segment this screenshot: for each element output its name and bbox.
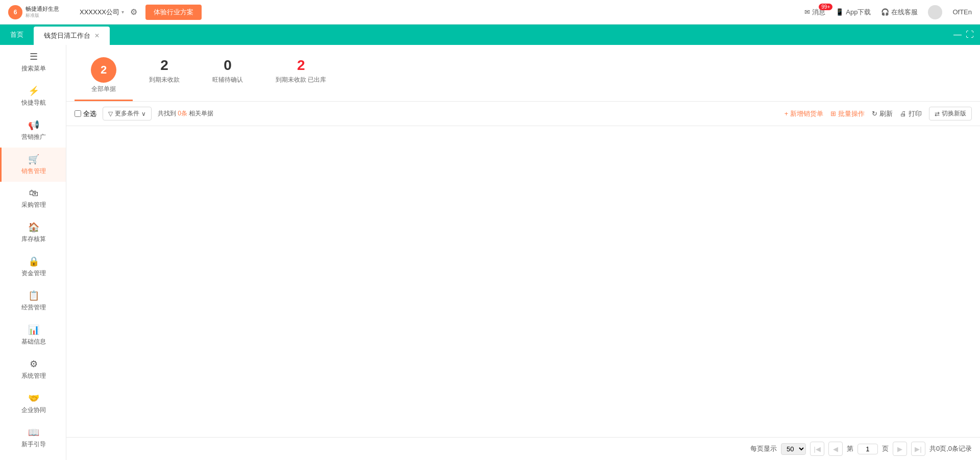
last-page-button[interactable]: ▶| [911, 442, 925, 456]
total-records: 共0页,0条记录 [929, 444, 972, 453]
sidebar-enterprise-label: 企业协同 [21, 406, 46, 415]
sidebar-purchase-label: 采购管理 [21, 201, 46, 209]
stat-label-pending: 旺辅待确认 [212, 76, 243, 84]
toolbar-right: + 新增销货单 ⊞ 批量操作 ↻ 刷新 🖨 打印 ⇄ 切换新版 [785, 107, 972, 120]
app-download-button[interactable]: 📱 App下载 [836, 8, 871, 17]
found-text: 共找到 0条 相关单据 [158, 109, 213, 118]
sidebar-item-purchase[interactable]: 🛍 采购管理 [0, 182, 66, 215]
sidebar-item-basic-info[interactable]: 📊 基础信息 [0, 318, 66, 352]
settings-icon[interactable]: ⚙ [130, 7, 137, 17]
avatar [928, 5, 942, 19]
quicknav-icon: ⚡ [28, 85, 39, 96]
username: OfTEn [952, 8, 972, 16]
select-all-checkbox-area[interactable]: 全选 [75, 109, 96, 118]
tab-bar: 首页 钱货日清工作台 ✕ — ⛶ [0, 25, 980, 45]
sidebar-item-sales[interactable]: 🛒 销售管理 [0, 148, 66, 182]
tab-dashboard-label: 钱货日清工作台 [44, 31, 90, 40]
sidebar-item-finance[interactable]: 🔒 资金管理 [0, 250, 66, 284]
stat-num-all: 2 [91, 57, 116, 83]
switch-version-button[interactable]: ⇄ 切换新版 [929, 107, 972, 120]
enterprise-icon: 🤝 [28, 393, 39, 404]
guide-icon: 📖 [28, 427, 39, 438]
system-icon: ⚙ [30, 358, 38, 370]
tab-dashboard[interactable]: 钱货日清工作台 ✕ [34, 27, 110, 45]
filter-icon: ▽ [108, 110, 113, 117]
top-header: 6 畅捷通好生意 标准版 XXXXXX公司 ▾ ⚙ 体验行业方案 ✉ 消息 99… [0, 0, 980, 25]
print-label: 打印 [909, 109, 922, 118]
stat-tab-shipped[interactable]: 2 到期未收款 已出库 [259, 53, 342, 101]
stats-tabs: 2 全部单据 2 到期未收款 0 旺辅待确认 2 到期未收款 已出库 [66, 45, 980, 102]
stat-tab-overdue[interactable]: 2 到期未收款 [133, 53, 196, 101]
sidebar-item-appcenter[interactable]: 📱 应用中心 [0, 455, 66, 460]
sidebar-item-operations[interactable]: 📋 经营管理 [0, 284, 66, 318]
tab-home-label: 首页 [10, 30, 23, 39]
sidebar-item-system[interactable]: ⚙ 系统管理 [0, 352, 66, 386]
add-order-button[interactable]: + 新增销货单 [785, 109, 823, 118]
select-all-checkbox[interactable] [75, 110, 81, 117]
switch-label: 切换新版 [942, 109, 966, 118]
company-dropdown-icon: ▾ [121, 9, 124, 15]
sidebar-item-quicknav[interactable]: ⚡ 快捷导航 [0, 79, 66, 113]
sidebar-item-enterprise[interactable]: 🤝 企业协同 [0, 386, 66, 421]
message-badge: 99+ [819, 4, 832, 10]
stat-num-shipped: 2 [297, 57, 305, 74]
stat-tab-pending[interactable]: 0 旺辅待确认 [196, 53, 259, 101]
prev-page-button[interactable]: ◀ [828, 442, 843, 456]
purchase-icon: 🛍 [29, 188, 38, 199]
marketing-icon: 📢 [28, 119, 39, 131]
app-download-icon: 📱 [836, 8, 844, 16]
app-download-label: App下载 [846, 8, 871, 17]
sidebar-item-inventory[interactable]: 🏠 库存核算 [0, 215, 66, 250]
stat-num-pending: 0 [224, 57, 232, 74]
trial-button[interactable]: 体验行业方案 [145, 5, 202, 20]
switch-icon: ⇄ [935, 110, 940, 117]
stat-label-overdue: 到期未收款 [149, 76, 180, 84]
tab-home[interactable]: 首页 [0, 25, 34, 45]
sidebar-marketing-label: 营销推广 [21, 133, 46, 141]
online-service-button[interactable]: 🎧 在线客服 [881, 8, 918, 17]
filter-button[interactable]: ▽ 更多条件 ∨ [103, 107, 152, 120]
company-selector[interactable]: XXXXXX公司 ▾ [80, 8, 124, 17]
page-input[interactable] [857, 444, 878, 454]
tab-maximize-icon[interactable]: ⛶ [966, 30, 974, 39]
message-button[interactable]: ✉ 消息 99+ [804, 8, 825, 17]
print-button[interactable]: 🖨 打印 [900, 109, 922, 118]
next-page-button[interactable]: ▶ [893, 442, 907, 456]
sidebar-system-label: 系统管理 [21, 372, 46, 380]
app-badge: 标准版 [26, 12, 59, 19]
tab-minimize-icon[interactable]: — [953, 30, 962, 39]
sidebar-sales-label: 销售管理 [21, 167, 46, 176]
table-area [66, 126, 980, 437]
stat-label-shipped: 到期未收款 已出库 [276, 76, 326, 84]
header-right: ✉ 消息 99+ 📱 App下载 🎧 在线客服 OfTEn [804, 5, 972, 19]
select-all-label: 全选 [83, 109, 96, 118]
refresh-icon: ↻ [872, 110, 877, 117]
refresh-button[interactable]: ↻ 刷新 [872, 109, 893, 118]
main-layout: ☰ 搜索菜单 ⚡ 快捷导航 📢 营销推广 🛒 销售管理 🛍 采购管理 🏠 库存核… [0, 45, 980, 460]
app-name: 畅捷通好生意 [26, 5, 59, 12]
per-page-label: 每页显示 [750, 444, 777, 453]
filter-label: 更多条件 [115, 109, 139, 118]
refresh-label: 刷新 [879, 109, 893, 118]
sidebar-item-search[interactable]: ☰ 搜索菜单 [0, 45, 66, 79]
stat-num-overdue: 2 [160, 57, 168, 74]
service-icon: 🎧 [881, 8, 889, 16]
stat-tab-all[interactable]: 2 全部单据 [75, 53, 133, 101]
toolbar: 全选 ▽ 更多条件 ∨ 共找到 0条 相关单据 + 新增销货单 ⊞ 批量操作 ↻ [66, 102, 980, 126]
sidebar-operations-label: 经营管理 [21, 303, 46, 312]
sidebar-inventory-label: 库存核算 [21, 235, 46, 244]
sidebar-guide-label: 新手引导 [21, 440, 46, 449]
first-page-button[interactable]: |◀ [810, 442, 824, 456]
sidebar-item-guide[interactable]: 📖 新手引导 [0, 421, 66, 455]
sidebar-finance-label: 资金管理 [21, 269, 46, 278]
tab-bar-right: — ⛶ [953, 30, 980, 39]
sales-icon: 🛒 [28, 154, 39, 165]
batch-label: 批量操作 [838, 109, 865, 118]
sidebar-item-marketing[interactable]: 📢 营销推广 [0, 113, 66, 148]
tab-close-icon[interactable]: ✕ [94, 32, 100, 39]
batch-operation-button[interactable]: ⊞ 批量操作 [830, 109, 865, 118]
found-suffix: 相关单据 [189, 110, 213, 117]
basicinfo-icon: 📊 [28, 324, 39, 335]
found-count: 0条 [178, 110, 187, 117]
per-page-select[interactable]: 50 [781, 443, 806, 455]
